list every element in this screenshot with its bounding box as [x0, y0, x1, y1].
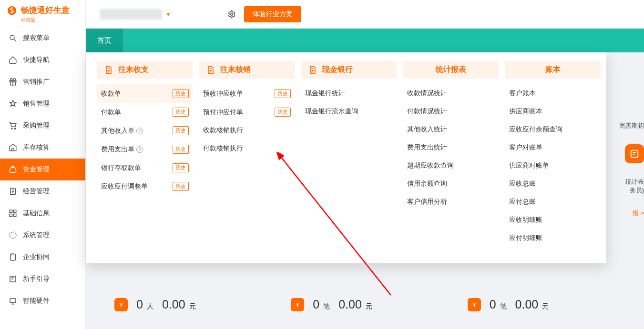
tab-home[interactable]: 首页	[86, 29, 123, 52]
mega-item-label: 现金银行流水查询	[305, 107, 358, 116]
sidebar-item-hardware[interactable]: 智能硬件	[0, 290, 85, 312]
svg-point-0	[10, 35, 14, 40]
stat-icon	[114, 298, 128, 311]
logo-text: 畅捷通好生意	[21, 5, 70, 16]
history-badge[interactable]: 历史	[173, 89, 189, 98]
stat-block: 0笔 0.00元	[468, 298, 615, 311]
history-badge[interactable]: 历史	[173, 145, 189, 154]
history-badge[interactable]: 历史	[173, 163, 189, 172]
org-name-masked	[100, 9, 162, 20]
mega-item[interactable]: 供应商账本	[505, 102, 601, 120]
mega-item[interactable]: 银行存取款单历史	[97, 159, 193, 177]
mega-column: 统计报表收款情况统计付款情况统计其他收入统计费用支出统计超期应收款查询信用余额查…	[403, 61, 499, 247]
mega-item[interactable]: 客户信用分析	[403, 193, 499, 211]
stat-amount-unit: 元	[189, 302, 196, 311]
mega-item-label: 预付冲应付单	[203, 108, 243, 117]
cta-button[interactable]: 体验行业方案	[244, 6, 301, 22]
mega-item-label: 收款情况统计	[407, 89, 447, 98]
mega-item[interactable]: 收款单历史	[97, 84, 193, 103]
sidebar: 畅捷通好生意 标准版 搜索菜单 快捷导航 营销推广 销售管理 采购管理 库存核算	[0, 0, 86, 329]
gear-icon[interactable]	[227, 10, 236, 19]
mega-item[interactable]: 其他收入单?历史	[97, 121, 193, 140]
svg-point-15	[231, 13, 233, 15]
mega-item[interactable]: 客户对账单	[505, 139, 601, 157]
mega-item[interactable]: 客户账本	[505, 84, 601, 102]
stat-block: 0人 0.00元	[114, 298, 262, 311]
sidebar-item-inventory[interactable]: 库存核算	[0, 137, 85, 159]
mega-item[interactable]: 供应商对账单	[505, 157, 601, 175]
mega-item[interactable]: 费用支出统计	[403, 139, 499, 157]
stat-count: 0	[313, 298, 319, 311]
mega-item[interactable]: 超期应收款查询	[403, 157, 499, 175]
sidebar-item-label: 基础信息	[23, 209, 50, 218]
mega-item[interactable]: 信用余额查询	[403, 175, 499, 193]
mega-item[interactable]: 应收应付余额查询	[505, 120, 601, 139]
mega-item[interactable]: 现金银行统计	[301, 84, 397, 102]
help-icon[interactable]: ?	[136, 146, 143, 153]
document-icon	[104, 65, 113, 75]
sidebar-item-system[interactable]: 系统管理	[0, 224, 85, 246]
sidebar-item-search[interactable]: 搜索菜单	[0, 27, 85, 49]
peek-text: 务员)	[625, 186, 644, 195]
mega-item[interactable]: 其他收入统计	[403, 120, 499, 139]
mega-item[interactable]: 收款情况统计	[403, 84, 499, 102]
mega-item[interactable]: 预付冲应付单历史	[199, 103, 295, 121]
sidebar-item-business[interactable]: 经营管理	[0, 180, 85, 202]
mega-item[interactable]: 付款核销执行	[199, 140, 295, 158]
mega-column-title: 现金银行	[322, 65, 353, 75]
mega-item-label: 付款核销执行	[203, 144, 243, 153]
mega-item[interactable]: 应收应付调整单历史	[97, 177, 193, 196]
mega-item[interactable]: 收款核销执行	[199, 121, 295, 140]
mega-item-label: 供应商账本	[509, 107, 542, 116]
mega-item[interactable]: 预收冲应收单历史	[199, 84, 295, 103]
stats-row: 0人 0.00元 0笔 0.00元 0笔 0.00元	[105, 293, 625, 316]
history-badge[interactable]: 历史	[173, 126, 189, 135]
mega-item-label: 应收应付余额查询	[509, 125, 562, 134]
svg-rect-14	[10, 299, 16, 303]
sidebar-item-label: 企业协同	[23, 253, 50, 261]
mega-column-header: 统计报表	[403, 61, 499, 79]
peek-badge-icon[interactable]	[625, 144, 644, 163]
mega-item[interactable]: 应付总账	[505, 193, 601, 211]
svg-rect-7	[10, 210, 12, 212]
history-badge[interactable]: 历史	[173, 182, 189, 191]
sidebar-item-label: 资金管理	[23, 165, 50, 174]
mega-item[interactable]: 应付明细账	[505, 229, 601, 247]
mega-column-header: 往来核销	[199, 61, 295, 79]
peek-text: 统计表	[625, 178, 644, 186]
history-badge[interactable]: 历史	[173, 108, 189, 117]
sidebar-item-finance[interactable]: 资金管理	[0, 159, 85, 180]
logo: 畅捷通好生意	[0, 0, 85, 17]
help-icon[interactable]: ?	[136, 128, 143, 134]
clipboard-icon	[9, 187, 17, 196]
mega-item[interactable]: 费用支出单?历史	[97, 140, 193, 159]
org-selector[interactable]: ▾	[95, 7, 219, 21]
stat-count-unit: 笔	[323, 302, 330, 311]
svg-point-5	[14, 128, 15, 129]
sidebar-item-label: 智能硬件	[23, 297, 50, 305]
mega-item-label: 收款单	[101, 90, 121, 98]
sidebar-item-sales[interactable]: 销售管理	[0, 93, 85, 115]
mega-item[interactable]: 应收明细账	[505, 211, 601, 229]
sidebar-item-procurement[interactable]: 采购管理	[0, 115, 85, 137]
history-badge[interactable]: 历史	[275, 108, 291, 117]
sidebar-item-basicinfo[interactable]: 基础信息	[0, 202, 85, 224]
mega-column: 账本客户账本供应商账本应收应付余额查询客户对账单供应商对账单应收总账应付总账应收…	[505, 61, 601, 247]
sidebar-item-collab[interactable]: 企业协同	[0, 246, 85, 268]
mega-item[interactable]: 付款单历史	[97, 103, 193, 121]
sidebar-item-quicknav[interactable]: 快捷导航	[0, 49, 85, 71]
mega-item[interactable]: 付款情况统计	[403, 102, 499, 120]
stat-block: 0笔 0.00元	[291, 298, 439, 311]
sidebar-item-label: 营销推广	[23, 78, 50, 86]
sidebar-item-marketing[interactable]: 营销推广	[0, 71, 85, 93]
peek-more-link[interactable]: 报 >	[633, 209, 644, 218]
stat-count-unit: 人	[147, 302, 153, 311]
mega-item[interactable]: 现金银行流水查询	[301, 102, 397, 120]
right-panel-peek: 完善期初 统计表 务员) 报 >	[614, 117, 644, 222]
mega-item[interactable]: 应收总账	[505, 175, 601, 193]
history-badge[interactable]: 历史	[275, 89, 291, 98]
mega-column-title: 统计报表	[436, 65, 466, 75]
mega-column-header: 往来收支	[97, 61, 193, 79]
sidebar-item-guide[interactable]: 新手引导	[0, 268, 85, 290]
mega-item-label: 费用支出单?	[101, 145, 143, 154]
